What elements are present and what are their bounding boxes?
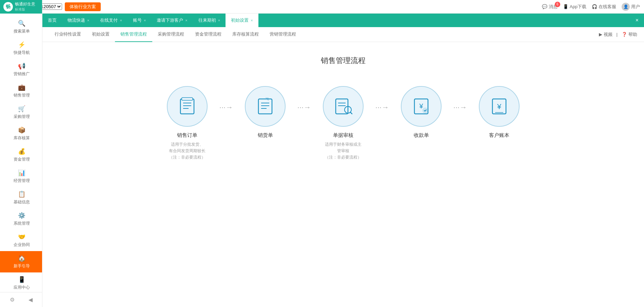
- sidebar-item-marketing-promo[interactable]: 📢营销推广: [0, 59, 42, 80]
- svg-text:¥: ¥: [419, 102, 423, 110]
- headset-icon: 🎧: [592, 4, 597, 9]
- sidebar-item-app-center[interactable]: 📱应用中心: [0, 272, 42, 292]
- nav-tab-close-1[interactable]: ×: [87, 18, 89, 22]
- app-download-icon: 📱: [563, 4, 568, 9]
- sidebar-item-enterprise-collab[interactable]: 🤝企业协同: [0, 230, 42, 251]
- flow-step-document-review: 单据审核 适用于财务审核或主管审核（注：非必要流程）: [313, 86, 374, 161]
- nav-tab-6[interactable]: 初始设置×: [226, 14, 258, 27]
- flow-label-sales-invoice: 销货单: [258, 132, 273, 139]
- app-download-label: App下载: [570, 4, 586, 10]
- help-icon: ❓: [622, 32, 627, 37]
- sub-tab-5[interactable]: 库存核算流程: [227, 27, 264, 42]
- sidebar-item-system[interactable]: ⚙️系统管理: [0, 208, 42, 230]
- sidebar-label-purchase: 采购管理: [14, 114, 30, 120]
- nav-tabs: 首页物流快递×在线支付×账号×邀请下游客户×往来期初×初始设置××: [42, 14, 644, 27]
- flow-step-customer-ledger: ¥ 客户账本: [469, 86, 530, 141]
- message-icon-wrap[interactable]: 💬 6 消息: [542, 4, 558, 10]
- flow-step-receipt: ¥ 收款单: [391, 86, 452, 141]
- close-all-tabs[interactable]: ×: [630, 17, 644, 23]
- nav-tab-close-2[interactable]: ×: [120, 18, 122, 22]
- sidebar-label-finance: 资金管理: [14, 157, 30, 162]
- collapse-icon[interactable]: ◀: [28, 296, 33, 303]
- basic-info-icon: 📋: [18, 190, 25, 198]
- flow-circle-sales-order[interactable]: [167, 86, 208, 127]
- sidebar-item-operations[interactable]: 📊经营管理: [0, 166, 42, 187]
- sub-tabs-right: ▶ 视频 | ❓ 帮助: [599, 32, 637, 38]
- sidebar-item-purchase[interactable]: 🛒采购管理: [0, 102, 42, 123]
- help-label: 帮助: [628, 32, 637, 38]
- shortcut-icon: ⚡: [18, 41, 25, 48]
- experience-btn[interactable]: 体验行业方案: [65, 2, 101, 11]
- nav-tab-label-3: 账号: [133, 17, 142, 23]
- nav-tab-0[interactable]: 首页: [42, 14, 62, 27]
- sidebar-label-marketing-promo: 营销推广: [14, 71, 30, 77]
- finance-icon: 💰: [18, 148, 25, 155]
- main-content: 行业特性设置初始设置销售管理流程采购管理流程资金管理流程库存核算流程营销管理流程…: [42, 27, 644, 307]
- top-header: 用户690企业1660120507 体验行业方案 💬 6 消息 📱 App下载 …: [0, 0, 644, 14]
- nav-tab-label-4: 邀请下游客户: [157, 17, 183, 23]
- flow-label-sales-order: 销售订单: [177, 132, 197, 139]
- nav-tab-close-6[interactable]: ×: [251, 18, 253, 22]
- sub-tab-0[interactable]: 行业特性设置: [49, 27, 86, 42]
- message-badge: 6: [555, 2, 560, 7]
- sidebar-item-new-guide[interactable]: 🏠新手引导: [0, 251, 42, 272]
- user-name-label: 用户: [631, 4, 640, 10]
- nav-tab-4[interactable]: 邀请下游客户×: [151, 14, 193, 27]
- logo-text-wrap: 畅通好生意 标准版: [15, 2, 35, 12]
- nav-tab-close-4[interactable]: ×: [185, 18, 187, 22]
- svg-line-13: [350, 112, 352, 114]
- sub-tab-1[interactable]: 初始设置: [86, 27, 115, 42]
- online-service-label: 在线客服: [599, 4, 616, 10]
- flow-circle-receipt[interactable]: ¥: [401, 86, 442, 127]
- sidebar-item-finance[interactable]: 💰资金管理: [0, 144, 42, 166]
- sidebar-label-new-guide: 新手引导: [14, 263, 30, 269]
- sub-tab-label-2: 销售管理流程: [120, 31, 147, 37]
- svg-rect-5: [258, 99, 272, 114]
- header-right: 💬 6 消息 📱 App下载 🎧 在线客服 👤 用户: [542, 3, 640, 11]
- inventory-icon: 📦: [18, 126, 25, 134]
- sub-tab-label-6: 营销管理流程: [270, 31, 296, 37]
- sidebar-label-inventory: 库存核算: [14, 135, 30, 141]
- flow-desc-sales-order: 适用于分批发货、有合同发货周期较长（注：非必要流程）: [169, 141, 206, 161]
- sidebar-item-sales[interactable]: 💼销售管理: [0, 80, 42, 102]
- sidebar-footer: ⚙ ◀: [0, 292, 42, 307]
- nav-tab-close-3[interactable]: ×: [144, 18, 146, 22]
- sidebar-item-shortcut[interactable]: ⚡快捷导航: [0, 38, 42, 59]
- nav-tab-label-2: 在线支付: [100, 17, 118, 23]
- sidebar-label-enterprise-collab: 企业协同: [14, 242, 30, 248]
- nav-tab-close-5[interactable]: ×: [218, 18, 220, 22]
- sub-tab-6[interactable]: 营销管理流程: [264, 27, 301, 42]
- nav-tab-label-6: 初始设置: [231, 17, 249, 23]
- flow-circle-sales-invoice[interactable]: [245, 86, 286, 127]
- sidebar-item-inventory[interactable]: 📦库存核算: [0, 123, 42, 144]
- sidebar-item-search[interactable]: 🔍搜索菜单: [0, 16, 42, 38]
- sidebar-item-basic-info[interactable]: 📋基础信息: [0, 187, 42, 208]
- sub-tab-label-5: 库存核算流程: [232, 31, 259, 37]
- sub-tab-2[interactable]: 销售管理流程: [115, 27, 152, 42]
- nav-tab-label-5: 往来期初: [198, 17, 216, 23]
- svg-rect-4: [182, 98, 193, 100]
- nav-tab-3[interactable]: 账号×: [128, 14, 151, 27]
- flow-circle-document-review[interactable]: [323, 86, 364, 127]
- video-icon: ▶: [599, 32, 602, 37]
- video-help-item[interactable]: ▶ 视频: [599, 32, 612, 38]
- sub-tab-4[interactable]: 资金管理流程: [190, 27, 227, 42]
- app-download-item[interactable]: 📱 App下载: [563, 4, 586, 10]
- page-title: 销售管理流程: [49, 56, 637, 66]
- flow-circle-customer-ledger[interactable]: ¥: [479, 86, 520, 127]
- flow-label-customer-ledger: 客户账本: [489, 132, 509, 139]
- nav-tab-1[interactable]: 物流快递×: [62, 14, 95, 27]
- sub-tab-3[interactable]: 采购管理流程: [152, 27, 190, 42]
- svg-rect-9: [336, 99, 348, 114]
- online-service-item[interactable]: 🎧 在线客服: [592, 4, 616, 10]
- nav-tab-2[interactable]: 在线支付×: [95, 14, 127, 27]
- help-item[interactable]: ❓ 帮助: [622, 32, 637, 38]
- user-avatar-item[interactable]: 👤 用户: [622, 3, 640, 11]
- sidebar-label-system: 系统管理: [14, 221, 30, 226]
- nav-tab-5[interactable]: 往来期初×: [193, 14, 226, 27]
- operations-icon: 📊: [18, 169, 25, 177]
- video-label: 视频: [604, 32, 612, 38]
- flow-arrow-0: ···→: [218, 86, 235, 112]
- settings-icon[interactable]: ⚙: [10, 296, 15, 303]
- system-icon: ⚙️: [18, 212, 25, 219]
